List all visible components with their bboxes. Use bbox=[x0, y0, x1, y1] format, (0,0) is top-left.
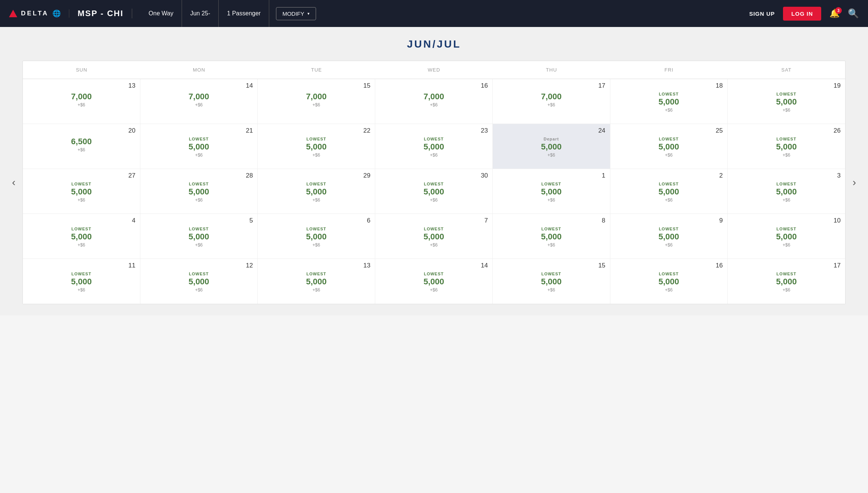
cell-price: 5,000 bbox=[71, 277, 92, 287]
cell-content: 6,500+$6 bbox=[27, 137, 136, 152]
cell-content: LOWEST5,000+$6 bbox=[145, 137, 253, 158]
modify-button[interactable]: MODIFY ▾ bbox=[276, 7, 316, 20]
prev-month-button[interactable]: ‹ bbox=[8, 173, 19, 192]
day-header-sun: SUN bbox=[23, 67, 140, 73]
calendar-cell[interactable]: 8LOWEST5,000+$6 bbox=[493, 214, 610, 259]
cell-content: LOWEST5,000+$6 bbox=[732, 137, 841, 158]
cell-content: LOWEST5,000+$6 bbox=[615, 182, 723, 203]
cell-date: 8 bbox=[602, 217, 605, 224]
cell-content: 7,000+$6 bbox=[27, 92, 136, 108]
main-content: JUN/JUL ‹ › SUN MON TUE WED THU FRI SAT … bbox=[0, 27, 868, 315]
calendar-cell[interactable]: 7LOWEST5,000+$6 bbox=[375, 214, 493, 259]
day-header-sat: SAT bbox=[728, 67, 845, 73]
calendar-cell[interactable]: 27LOWEST5,000+$6 bbox=[23, 169, 140, 214]
calendar-cell[interactable]: 24Depart5,000+$6 bbox=[493, 124, 610, 169]
cell-content: LOWEST5,000+$6 bbox=[732, 92, 841, 113]
calendar-cell[interactable]: 23LOWEST5,000+$6 bbox=[375, 124, 493, 169]
cell-date: 24 bbox=[598, 127, 606, 134]
cell-fee: +$6 bbox=[547, 197, 555, 203]
cell-label: LOWEST bbox=[189, 272, 209, 276]
cell-date: 13 bbox=[128, 82, 136, 90]
calendar-container: SUN MON TUE WED THU FRI SAT 137,000+$614… bbox=[22, 61, 846, 304]
calendar-cell[interactable]: 157,000+$6 bbox=[258, 79, 375, 124]
cell-fee: +$6 bbox=[665, 108, 673, 113]
calendar-cell[interactable]: 206,500+$6 bbox=[23, 124, 140, 169]
calendar-cell[interactable]: 4LOWEST5,000+$6 bbox=[23, 214, 140, 259]
calendar-cell[interactable]: 137,000+$6 bbox=[23, 79, 140, 124]
calendar-cell[interactable]: 17LOWEST5,000+$6 bbox=[728, 259, 845, 304]
cell-price: 7,000 bbox=[306, 92, 327, 102]
calendar-cell[interactable]: 177,000+$6 bbox=[493, 79, 610, 124]
cell-content: LOWEST5,000+$6 bbox=[497, 272, 606, 293]
cell-date: 3 bbox=[837, 172, 841, 179]
cell-date: 16 bbox=[716, 262, 723, 269]
calendar-cell[interactable]: 6LOWEST5,000+$6 bbox=[258, 214, 375, 259]
cell-date: 28 bbox=[246, 172, 253, 179]
cell-content: LOWEST5,000+$6 bbox=[145, 182, 253, 203]
calendar-cell[interactable]: 29LOWEST5,000+$6 bbox=[258, 169, 375, 214]
calendar-cell[interactable]: 1LOWEST5,000+$6 bbox=[493, 169, 610, 214]
cell-date: 9 bbox=[719, 217, 723, 224]
cell-content: 7,000+$6 bbox=[145, 92, 253, 108]
cell-date: 10 bbox=[834, 217, 841, 224]
calendar-cell[interactable]: 22LOWEST5,000+$6 bbox=[258, 124, 375, 169]
calendar-cell[interactable]: 12LOWEST5,000+$6 bbox=[140, 259, 258, 304]
cell-fee: +$6 bbox=[430, 287, 437, 293]
calendar-cell[interactable]: 15LOWEST5,000+$6 bbox=[493, 259, 610, 304]
cell-content: 7,000+$6 bbox=[497, 92, 606, 108]
calendar-cell[interactable]: 28LOWEST5,000+$6 bbox=[140, 169, 258, 214]
cell-content: LOWEST5,000+$6 bbox=[262, 182, 370, 203]
cell-price: 5,000 bbox=[424, 187, 444, 197]
calendar-cell[interactable]: 147,000+$6 bbox=[140, 79, 258, 124]
cell-label: LOWEST bbox=[659, 137, 679, 141]
passengers-display[interactable]: 1 Passenger bbox=[219, 0, 269, 27]
login-button[interactable]: LOG IN bbox=[783, 7, 821, 21]
cell-price: 5,000 bbox=[658, 187, 679, 197]
notification-button[interactable]: 🔔 3 bbox=[829, 9, 840, 18]
cell-price: 5,000 bbox=[306, 187, 327, 197]
calendar-cell[interactable]: 3LOWEST5,000+$6 bbox=[728, 169, 845, 214]
calendar-cell[interactable]: 21LOWEST5,000+$6 bbox=[140, 124, 258, 169]
cell-price: 5,000 bbox=[658, 277, 679, 287]
calendar-cell[interactable]: 10LOWEST5,000+$6 bbox=[728, 214, 845, 259]
calendar-cell[interactable]: 26LOWEST5,000+$6 bbox=[728, 124, 845, 169]
calendar-cell[interactable]: 19LOWEST5,000+$6 bbox=[728, 79, 845, 124]
cell-content: LOWEST5,000+$6 bbox=[615, 272, 723, 293]
cell-price: 5,000 bbox=[71, 232, 92, 242]
cell-fee: +$6 bbox=[313, 102, 320, 108]
calendar-wrapper: ‹ › SUN MON TUE WED THU FRI SAT 137,000+… bbox=[22, 61, 846, 304]
calendar-cell[interactable]: 9LOWEST5,000+$6 bbox=[610, 214, 728, 259]
cell-content: LOWEST5,000+$6 bbox=[497, 182, 606, 203]
cell-price: 5,000 bbox=[306, 277, 327, 287]
logo[interactable]: DELTA 🌐 bbox=[9, 9, 69, 18]
cell-fee: +$6 bbox=[665, 287, 673, 293]
search-button[interactable]: 🔍 bbox=[848, 8, 859, 19]
trip-type[interactable]: One Way bbox=[140, 0, 182, 27]
cell-fee: +$6 bbox=[665, 197, 673, 203]
calendar-cell[interactable]: 14LOWEST5,000+$6 bbox=[375, 259, 493, 304]
day-headers-row: SUN MON TUE WED THU FRI SAT bbox=[23, 61, 845, 79]
cell-content: LOWEST5,000+$6 bbox=[615, 137, 723, 158]
cell-price: 5,000 bbox=[306, 142, 327, 152]
cell-price: 5,000 bbox=[189, 232, 209, 242]
calendar-cell[interactable]: 13LOWEST5,000+$6 bbox=[258, 259, 375, 304]
calendar-cell[interactable]: 11LOWEST5,000+$6 bbox=[23, 259, 140, 304]
cell-label: LOWEST bbox=[541, 182, 561, 186]
next-month-button[interactable]: › bbox=[849, 173, 860, 192]
cell-label: LOWEST bbox=[541, 272, 561, 276]
calendar-cell[interactable]: 5LOWEST5,000+$6 bbox=[140, 214, 258, 259]
cell-label: LOWEST bbox=[306, 272, 326, 276]
calendar-cell[interactable]: 2LOWEST5,000+$6 bbox=[610, 169, 728, 214]
calendar-cell[interactable]: 18LOWEST5,000+$6 bbox=[610, 79, 728, 124]
cell-label: LOWEST bbox=[189, 182, 209, 186]
date-display[interactable]: Jun 25- bbox=[182, 0, 219, 27]
cell-fee: +$6 bbox=[195, 197, 203, 203]
signup-button[interactable]: SIGN UP bbox=[749, 10, 775, 17]
calendar-cell[interactable]: 16LOWEST5,000+$6 bbox=[610, 259, 728, 304]
cell-fee: +$6 bbox=[78, 242, 85, 248]
calendar-cell[interactable]: 30LOWEST5,000+$6 bbox=[375, 169, 493, 214]
cell-content: LOWEST5,000+$6 bbox=[262, 272, 370, 293]
cell-date: 19 bbox=[834, 82, 841, 90]
calendar-cell[interactable]: 25LOWEST5,000+$6 bbox=[610, 124, 728, 169]
calendar-cell[interactable]: 167,000+$6 bbox=[375, 79, 493, 124]
